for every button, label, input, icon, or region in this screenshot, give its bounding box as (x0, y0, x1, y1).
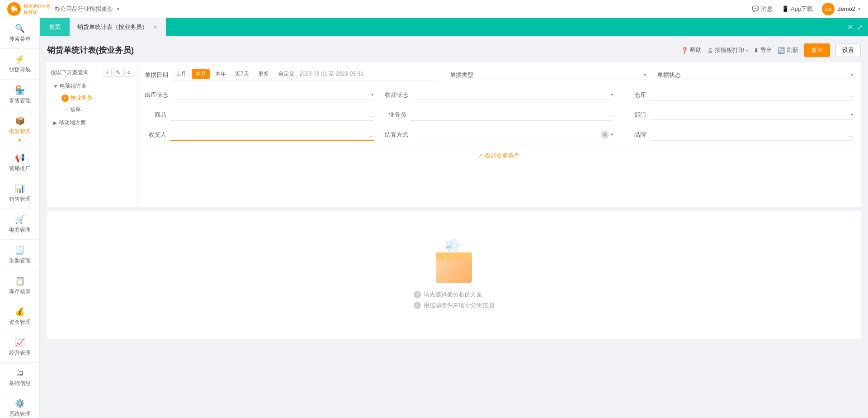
settings-button[interactable]: 设置 (835, 43, 861, 57)
sidebar-item-shortcut[interactable]: ⚡ 快捷导航 (0, 49, 39, 80)
filter-salesperson-field: 业务员 ... (385, 108, 614, 122)
avatar-text: Ea (825, 6, 832, 12)
sales-icon: 📊 (15, 184, 25, 194)
scheme-title: 按以下方案查询 (51, 69, 89, 76)
basic-icon: 🗂 (16, 368, 24, 378)
sidebar-item-marketing-label: 营销推广 (9, 165, 31, 172)
message-action[interactable]: 💬 消息 (752, 5, 773, 13)
export-button[interactable]: ⬇ 导出 (754, 46, 772, 54)
filter-outbound-control[interactable]: ▾ (172, 90, 374, 100)
filter-goods-control[interactable]: ... (170, 109, 374, 121)
empty-hint-1: 1 请先选择要分析的方案 (414, 290, 494, 299)
refresh-button[interactable]: 🔄 刷新 (778, 46, 798, 54)
scheme-add-button[interactable]: + (103, 68, 112, 77)
sidebar-item-basic[interactable]: 🗂 基础信息 (0, 363, 39, 393)
tab-close-all-button[interactable]: ✕ (847, 23, 853, 32)
tab-bar-actions: ✕ ⤢ (842, 18, 868, 36)
print-button[interactable]: 🖨 按模板打印 ▾ (707, 46, 748, 54)
sidebar-item-search[interactable]: 🔍 搜索菜单 (0, 18, 39, 49)
filter-salesperson-control[interactable]: ... (410, 109, 614, 121)
tab-sales-stat[interactable]: 销货单统计表（按业务员） ✕ (70, 18, 166, 36)
filter-date-control: 上月 本月 本年 近7天 更多 自定义 2023-03-01 至 2023-03… (172, 69, 439, 81)
title-dropdown-icon[interactable]: ▾ (117, 6, 119, 12)
filter-dept-field: 部门 ▾ (624, 108, 854, 122)
date-tab-7days[interactable]: 近7天 (231, 69, 253, 79)
scheme-item-by-order[interactable]: ≡ 按单 (51, 104, 133, 115)
filter-date-label: 单据日期 (145, 71, 172, 79)
print-label: 按模板打印 (715, 46, 744, 54)
filter-payment-control[interactable]: ✕ ▾ (412, 129, 614, 141)
date-tab-more[interactable]: 更多 (255, 69, 273, 79)
help-button[interactable]: ❓ 帮助 (681, 46, 702, 54)
scheme-edit-button[interactable]: ✎ (113, 68, 123, 77)
tab-home[interactable]: 首页 (40, 18, 70, 36)
sidebar-item-ecommerce[interactable]: 🛒 电商管理 (0, 209, 39, 240)
help-label: 帮助 (690, 46, 702, 54)
sidebar-item-system[interactable]: ⚙️ 系统管理 (0, 393, 39, 418)
scheme-group-pc-label: 电脑端方案 (60, 82, 87, 90)
content-area: 首页 销货单统计表（按业务员） ✕ ✕ ⤢ 销货单统计表(按业务员) (40, 18, 868, 418)
scheme-item-by-order-label: 按单 (70, 106, 81, 114)
tab-close-icon[interactable]: ✕ (151, 24, 159, 31)
empty-state: 💨 1 请先选择要分析的方案 2 用过滤条件来缩小分析范围 (47, 211, 861, 339)
scheme-collapse-button[interactable]: « (124, 68, 133, 77)
filter-status-control[interactable]: ▾ (684, 70, 854, 80)
user-area[interactable]: Ea demo2 ▾ (822, 3, 861, 15)
empty-hint-2: 2 用过滤条件来缩小分析范围 (414, 301, 494, 309)
filter-type-field: 单据类型 ▾ (450, 68, 646, 82)
filter-pay-control[interactable]: ▾ (412, 90, 614, 100)
sidebar-item-operation[interactable]: 📈 经营管理 (0, 332, 39, 363)
collapse-bar[interactable]: ∧ 收起更多条件 (145, 147, 854, 163)
top-bar-left: 畅 畅捷通好生意 标惠版 办公用品行业模拟账套 ▾ (7, 2, 119, 16)
sidebar-item-inventory[interactable]: 📋 库存核算 (0, 271, 39, 301)
payment-clear-icon[interactable]: ✕ (601, 131, 609, 139)
user-avatar: Ea (822, 3, 835, 15)
retail-icon: 🏪 (15, 85, 25, 95)
scheme-group-pc-header[interactable]: ▼ 电脑端方案 (51, 81, 133, 92)
sidebar-item-retail[interactable]: 🏪 零售管理 (0, 80, 39, 110)
chevron-right-icon: ▶ (53, 120, 57, 125)
filter-dept-label: 部门 (624, 111, 650, 119)
system-icon: ⚙️ (15, 399, 25, 408)
filter-pay-label: 收款状态 (385, 91, 412, 99)
top-bar-title: 办公用品行业模拟账套 (54, 5, 113, 13)
finance-icon: 💰 (15, 307, 25, 317)
purchase-icon: 🧾 (15, 245, 25, 255)
operation-icon: 📈 (15, 337, 25, 347)
top-bar-right: 💬 消息 📱 App下载 Ea demo2 ▾ (752, 3, 861, 15)
sidebar-item-purchase[interactable]: 🧾 采购管理 (0, 240, 39, 271)
hint-num-2: 2 (414, 302, 421, 309)
page-content: 销货单统计表(按业务员) ❓ 帮助 🖨 按模板打印 ▾ ⬇ (40, 36, 868, 418)
user-name: demo2 (837, 5, 855, 12)
filter-type-control[interactable]: ▾ (477, 70, 646, 80)
filter-status-label: 单据状态 (657, 71, 684, 79)
filter-outbound-label: 出库状态 (145, 91, 172, 99)
sidebar-item-marketing[interactable]: 📢 营销推广 (0, 147, 39, 178)
date-tab-this-month[interactable]: 本月 (192, 69, 210, 79)
scheme-item-by-salesperson[interactable]: ● 按业务员 (51, 92, 133, 104)
filter-dept-control[interactable]: ▾ (650, 110, 854, 120)
filter-area: 单据日期 上月 本月 本年 近7天 更多 自定义 (137, 62, 861, 207)
scheme-group-mobile-header[interactable]: ▶ 移动端方案 (51, 117, 133, 128)
filter-brand-control[interactable]: ... (650, 129, 854, 141)
outbound-dropdown-icon: ▾ (371, 92, 374, 98)
date-tab-custom[interactable]: 自定义 (274, 69, 298, 79)
filter-payment-label: 结算方式 (385, 131, 412, 139)
filter-warehouse-control[interactable]: ... (650, 90, 854, 101)
sidebar-item-sales[interactable]: 📊 销售管理 (0, 178, 39, 209)
app-download-action[interactable]: 📱 App下载 (782, 5, 813, 13)
date-tab-last-month[interactable]: 上月 (172, 69, 190, 79)
sidebar-item-wholesale[interactable]: 📦 批发管理 ▲ (0, 110, 39, 147)
date-tab-this-year[interactable]: 本年 (212, 69, 230, 79)
wholesale-arrow-icon: ▲ (18, 137, 22, 142)
filter-receiver-field: 收货人 ... (145, 128, 374, 142)
sidebar-item-operation-label: 经营管理 (9, 349, 31, 357)
sidebar-item-ecommerce-label: 电商管理 (9, 226, 31, 234)
page-title: 销货单统计表(按业务员) (47, 45, 134, 56)
tab-maximize-button[interactable]: ⤢ (857, 23, 863, 32)
filter-receiver-control[interactable]: ... (170, 129, 374, 141)
sidebar-item-search-label: 搜索菜单 (9, 35, 31, 43)
query-button[interactable]: 查询 (804, 43, 830, 57)
sidebar-item-finance[interactable]: 💰 资金管理 (0, 301, 39, 332)
payment-dropdown-icon: ▾ (611, 132, 613, 138)
